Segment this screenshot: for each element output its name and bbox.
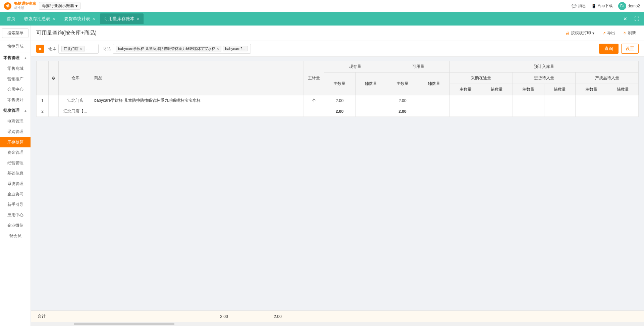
cell-avail-aux-1 bbox=[418, 95, 450, 106]
horizontal-scrollbar[interactable] bbox=[31, 322, 644, 326]
th-goods-pending-group: 进货待入量 bbox=[513, 73, 576, 84]
th-gear[interactable]: ⚙ bbox=[49, 61, 59, 95]
product-input[interactable]: babycare学饮杯 儿童防摔防撞吸管杯重力球吸嘴杯宝宝水杯 ✕ babyca… bbox=[113, 44, 251, 54]
warehouse-more-btn[interactable]: ··· bbox=[86, 46, 90, 51]
page-header: 可用量查询(按仓库+商品) 🖨 按模板打印 ▾ ↗ 导出 ↻ 刷新 bbox=[31, 26, 644, 41]
sidebar-item-operation[interactable]: 经营管理 bbox=[0, 158, 31, 168]
user-profile[interactable]: Ea demo2 bbox=[618, 2, 640, 10]
product-filter-group: 商品 babycare学饮杯 儿童防摔防撞吸管杯重力球吸嘴杯宝宝水杯 ✕ bab… bbox=[103, 44, 251, 54]
th-production-main: 主数量 bbox=[576, 84, 607, 95]
th-available-aux-qty: 辅数量 bbox=[418, 73, 450, 95]
sidebar-item-vip[interactable]: 畅会员 bbox=[0, 231, 31, 241]
content-area: 可用量查询(按仓库+商品) 🖨 按模板打印 ▾ ↗ 导出 ↻ 刷新 ▶ bbox=[31, 26, 644, 326]
footer-available-main: 2.00 bbox=[264, 314, 291, 319]
cell-pt-main-2 bbox=[450, 106, 481, 117]
th-goods-pending-main: 主数量 bbox=[513, 84, 544, 95]
cell-product-2 bbox=[92, 106, 304, 117]
th-current-main-qty: 主数量 bbox=[324, 73, 356, 95]
sidebar-item-retail-mall[interactable]: 零售商城 bbox=[0, 63, 31, 74]
cell-product-1: babycare学饮杯 儿童防摔防撞吸管杯重力球吸嘴杯宝宝水杯 bbox=[92, 95, 304, 106]
th-purchase-transit-aux: 辅数量 bbox=[481, 84, 513, 95]
th-row-num bbox=[37, 61, 49, 95]
sidebar-item-ecommerce[interactable]: 电商管理 bbox=[0, 116, 31, 127]
export-btn[interactable]: ↗ 导出 bbox=[600, 29, 618, 37]
sidebar-item-quick-nav[interactable]: 快捷导航 bbox=[0, 41, 31, 52]
sidebar-item-app-center[interactable]: 应用中心 bbox=[0, 210, 31, 220]
brand-sub: 标准版 bbox=[14, 6, 36, 10]
tab-home[interactable]: 首页 bbox=[3, 13, 19, 24]
sidebar-section-retail[interactable]: 零售管理 ▲ bbox=[0, 52, 31, 63]
th-current-aux-qty: 辅数量 bbox=[355, 73, 387, 95]
sidebar-item-member[interactable]: 会员中心 bbox=[0, 84, 31, 95]
sidebar-item-retail-stats[interactable]: 零售统计 bbox=[0, 95, 31, 105]
brand-name: 畅捷通好生意 bbox=[14, 1, 36, 6]
th-warehouse: 仓库 bbox=[59, 61, 92, 95]
filter-toggle-btn[interactable]: ▶ bbox=[36, 45, 44, 53]
top-bar-right: 💬 消息 📱 App下载 Ea demo2 bbox=[572, 2, 640, 10]
product-filter-label: 商品 bbox=[103, 46, 111, 52]
filter-action-btns: 查询 设置 bbox=[599, 44, 639, 54]
cell-warehouse-2: 江北门店【... bbox=[59, 106, 92, 117]
close-tab-available-stock[interactable]: ✕ bbox=[137, 17, 140, 21]
sidebar-item-purchase[interactable]: 采购管理 bbox=[0, 127, 31, 137]
warehouse-input[interactable]: 江北门店 ✕ ··· bbox=[58, 44, 99, 54]
cell-pt-aux-2 bbox=[481, 106, 513, 117]
industry-selector[interactable]: 母婴行业演示账套 ▾ bbox=[39, 2, 80, 10]
tab-available-stock[interactable]: 可用量库存账本 ✕ bbox=[100, 13, 144, 24]
th-purchase-transit-main: 主数量 bbox=[450, 84, 481, 95]
product-tag-2: babycare?... bbox=[223, 46, 248, 51]
sidebar-item-basic[interactable]: 基础信息 bbox=[0, 168, 31, 179]
page-title: 可用量查询(按仓库+商品) bbox=[36, 30, 97, 37]
chevron-up-icon-2: ▲ bbox=[24, 109, 27, 112]
message-btn[interactable]: 💬 消息 bbox=[572, 3, 586, 9]
scroll-thumb[interactable] bbox=[74, 323, 174, 325]
remove-product-tag-1[interactable]: ✕ bbox=[216, 47, 219, 51]
chevron-down-icon: ▾ bbox=[75, 4, 77, 8]
cell-current-main-1: 2.00 bbox=[324, 95, 356, 106]
settings-btn[interactable]: 设置 bbox=[621, 44, 639, 54]
cell-pp-aux-1 bbox=[607, 95, 639, 106]
sidebar-section-wholesale[interactable]: 批发管理 ▲ bbox=[0, 105, 31, 116]
sidebar-item-wechat[interactable]: 企业微信 bbox=[0, 220, 31, 231]
warehouse-filter-group: 仓库 江北门店 ✕ ··· bbox=[48, 44, 99, 54]
sidebar-item-finance[interactable]: 资金管理 bbox=[0, 147, 31, 158]
export-icon: ↗ bbox=[602, 31, 606, 36]
warehouse-tag: 江北门店 ✕ bbox=[61, 46, 85, 52]
th-available-main-qty: 主数量 bbox=[387, 73, 418, 95]
cell-pp-main-2 bbox=[576, 106, 607, 117]
tab-receivable[interactable]: 收发存汇总表 ✕ bbox=[20, 13, 59, 24]
close-tab-receivable[interactable]: ✕ bbox=[52, 17, 55, 21]
cell-gp-aux-2 bbox=[544, 106, 576, 117]
sidebar-item-enterprise[interactable]: 企业协同 bbox=[0, 189, 31, 199]
tab-order-stats[interactable]: 要货单统计表 ✕ bbox=[60, 13, 99, 24]
maximize-btn[interactable]: ⛶ bbox=[632, 14, 641, 24]
filter-bar: ▶ 仓库 江北门店 ✕ ··· 商品 babycare学饮杯 儿童防摔防撞吸管杯… bbox=[31, 41, 644, 57]
app-download-btn[interactable]: 📱 App下载 bbox=[591, 3, 613, 9]
th-expected-in-group: 预计入库量 bbox=[450, 61, 639, 73]
print-icon: 🖨 bbox=[566, 31, 570, 36]
search-menu-btn[interactable]: 搜索菜单 bbox=[2, 28, 29, 38]
brand-info: 畅捷通好生意 标准版 bbox=[14, 1, 36, 10]
app-logo: 畅 bbox=[4, 2, 11, 10]
remove-warehouse-tag[interactable]: ✕ bbox=[79, 47, 82, 51]
sidebar-item-marketing[interactable]: 营销推广 bbox=[0, 74, 31, 84]
query-btn[interactable]: 查询 bbox=[599, 44, 619, 54]
sidebar-item-newbie[interactable]: 新手引导 bbox=[0, 199, 31, 210]
th-available-group: 可用量 bbox=[387, 61, 450, 73]
top-bar: 畅 畅捷通好生意 标准版 母婴行业演示账套 ▾ 💬 消息 📱 App下载 Ea … bbox=[0, 0, 644, 12]
sidebar-item-inventory[interactable]: 库存核算 bbox=[0, 137, 31, 147]
chevron-down-icon-print: ▾ bbox=[592, 31, 594, 36]
close-window-btn[interactable]: ✕ bbox=[621, 14, 630, 24]
th-product: 商品 bbox=[92, 61, 304, 95]
product-tag-1: babycare学饮杯 儿童防摔防撞吸管杯重力球吸嘴杯宝宝水杯 ✕ bbox=[116, 46, 221, 52]
cell-row-num-2: 2 bbox=[37, 106, 49, 117]
cell-current-aux-1 bbox=[355, 95, 387, 106]
cell-row-num-1: 1 bbox=[37, 95, 49, 106]
close-tab-order-stats[interactable]: ✕ bbox=[92, 17, 95, 21]
main-layout: 搜索菜单 快捷导航 零售管理 ▲ 零售商城 营销推广 会员中心 零售统计 批发管… bbox=[0, 26, 644, 326]
refresh-btn[interactable]: ↻ 刷新 bbox=[621, 29, 639, 37]
top-bar-left: 畅 畅捷通好生意 标准版 母婴行业演示账套 ▾ bbox=[4, 1, 80, 10]
sidebar-item-system[interactable]: 系统管理 bbox=[0, 179, 31, 189]
print-template-btn[interactable]: 🖨 按模板打印 ▾ bbox=[563, 29, 597, 37]
cell-avail-aux-2 bbox=[418, 106, 450, 117]
